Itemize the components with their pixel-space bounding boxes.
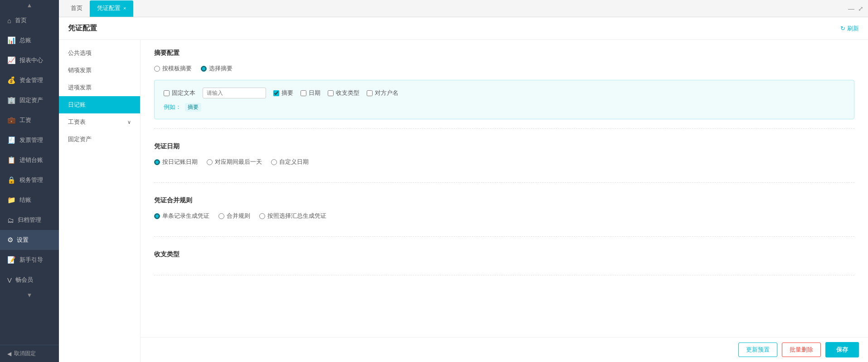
sidebar-item-vip[interactable]: V 畅会员 xyxy=(0,270,59,290)
sidebar-item-salary[interactable]: 💼 工资 xyxy=(0,110,59,130)
example-prefix-label: 例如： xyxy=(164,103,181,110)
date-checkbox[interactable] xyxy=(301,90,306,96)
tab-voucher-config[interactable]: 凭证配置 × xyxy=(90,0,133,17)
sidebar-scroll-down[interactable]: ▼ xyxy=(0,290,59,300)
voucher-date-journal[interactable]: 按日记账日期 xyxy=(154,158,198,166)
tax-icon: 🔒 xyxy=(7,176,16,184)
counterparty-checkbox[interactable] xyxy=(367,90,373,96)
fixed-text-input[interactable] xyxy=(203,88,266,98)
merge-rule-radio-group: 单条记录生成凭证 合并规则 按照选择汇总生成凭证 xyxy=(154,212,854,220)
merge-rule-merge[interactable]: 合并规则 xyxy=(218,212,250,220)
left-nav-sales-invoice-label: 销项发票 xyxy=(68,66,92,74)
sidebar-item-archive[interactable]: 🗂 归档管理 xyxy=(0,210,59,230)
checkbox-summary[interactable]: 摘要 xyxy=(273,89,293,97)
merge-rule-select-merge[interactable]: 按照选择汇总生成凭证 xyxy=(259,212,326,220)
left-nav-salary-table[interactable]: 工资表 ∨ xyxy=(59,113,140,131)
minimize-button[interactable]: — xyxy=(848,5,854,12)
voucher-date-last-day-input[interactable] xyxy=(207,159,213,165)
refresh-label: 刷新 xyxy=(847,24,859,33)
sidebar-item-sales-ledger[interactable]: 📋 进销台账 xyxy=(0,150,59,170)
abstract-radio-template-input[interactable] xyxy=(154,66,160,72)
guide-icon: 📝 xyxy=(7,256,16,264)
funds-icon: 💰 xyxy=(7,76,16,84)
sidebar-item-reports[interactable]: 📈 报表中心 xyxy=(0,50,59,70)
sidebar-item-funds[interactable]: 💰 资金管理 xyxy=(0,70,59,90)
save-button[interactable]: 保存 xyxy=(825,342,859,357)
right-content: 摘要配置 按模板摘要 选择摘要 xyxy=(141,40,868,362)
close-books-icon: 📁 xyxy=(7,196,16,204)
checkbox-date[interactable]: 日期 xyxy=(301,89,320,97)
summary-checkbox[interactable] xyxy=(273,90,279,96)
reports-icon: 📈 xyxy=(7,56,16,64)
voucher-date-custom-label: 自定义日期 xyxy=(279,158,309,166)
sidebar-item-label: 畅会员 xyxy=(15,276,33,284)
sidebar-item-tax[interactable]: 🔒 税务管理 xyxy=(0,170,59,190)
income-type-checkbox[interactable] xyxy=(328,90,334,96)
voucher-date-last-day-label: 对应期间最后一天 xyxy=(215,158,262,166)
bottom-bar: 更新预置 批量删除 保存 xyxy=(141,337,868,362)
abstract-checkbox-row: 固定文本 摘要 日期 xyxy=(164,88,845,98)
left-nav-fixed-assets-label: 固定资产 xyxy=(68,135,92,143)
sidebar-scroll-up[interactable]: ▲ xyxy=(0,0,59,10)
ledger-icon: 📊 xyxy=(7,36,16,44)
sidebar-item-invoice-mgmt[interactable]: 🧾 发票管理 xyxy=(0,130,59,150)
merge-rule-single-input[interactable] xyxy=(154,213,160,219)
checkbox-fixed-text[interactable]: 固定文本 xyxy=(164,89,195,97)
merge-rule-single-label: 单条记录生成凭证 xyxy=(162,212,209,220)
sidebar-item-home[interactable]: ⌂ 首页 xyxy=(0,10,59,30)
sidebar-item-label: 发票管理 xyxy=(19,136,43,144)
income-type-label: 收支类型 xyxy=(336,89,359,97)
checkbox-counterparty[interactable]: 对方户名 xyxy=(367,89,398,97)
invoice-mgmt-icon: 🧾 xyxy=(7,136,16,144)
left-nav-journal-label: 日记账 xyxy=(68,101,86,109)
voucher-date-custom[interactable]: 自定义日期 xyxy=(271,158,309,166)
merge-rule-select-merge-input[interactable] xyxy=(259,213,265,219)
left-nav-fixed-assets[interactable]: 固定资产 xyxy=(59,131,140,148)
archive-icon: 🗂 xyxy=(7,216,14,224)
income-type-section: 收支类型 xyxy=(154,250,854,275)
left-nav-public[interactable]: 公共选项 xyxy=(59,44,140,62)
fixed-text-checkbox[interactable] xyxy=(164,90,170,96)
sidebar-item-assets[interactable]: 🏢 固定资产 xyxy=(0,90,59,110)
abstract-radio-template[interactable]: 按模板摘要 xyxy=(154,64,192,73)
left-nav-purchase-invoice[interactable]: 进项发票 xyxy=(59,79,140,96)
tab-home[interactable]: 首页 xyxy=(63,0,90,17)
summary-label: 摘要 xyxy=(281,89,293,97)
merge-rule-title: 凭证合并规则 xyxy=(154,196,854,205)
update-preset-button[interactable]: 更新预置 xyxy=(738,342,777,357)
left-nav: 公共选项 销项发票 进项发票 日记账 工资表 ∨ 固定资产 xyxy=(59,40,141,362)
sidebar-item-guide[interactable]: 📝 新手引导 xyxy=(0,250,59,270)
left-nav-journal[interactable]: 日记账 xyxy=(59,96,140,113)
cancel-pin-label: 取消固定 xyxy=(14,350,36,357)
voucher-date-custom-input[interactable] xyxy=(271,159,277,165)
sidebar-item-close[interactable]: 📁 结账 xyxy=(0,190,59,210)
sidebar-item-label: 首页 xyxy=(15,16,27,24)
counterparty-label: 对方户名 xyxy=(375,89,398,97)
batch-delete-button[interactable]: 批量删除 xyxy=(782,342,821,357)
voucher-date-last-day[interactable]: 对应期间最后一天 xyxy=(207,158,262,166)
sidebar-item-label: 新手引导 xyxy=(19,256,43,264)
voucher-date-journal-input[interactable] xyxy=(154,159,160,165)
chevron-down-icon: ∨ xyxy=(127,119,131,125)
settings-icon: ⚙ xyxy=(7,236,13,244)
merge-rule-merge-input[interactable] xyxy=(218,213,224,219)
abstract-radio-select[interactable]: 选择摘要 xyxy=(201,64,233,73)
checkbox-income-type[interactable]: 收支类型 xyxy=(328,89,359,97)
sidebar-item-label: 总账 xyxy=(19,36,31,44)
merge-rule-section: 凭证合并规则 单条记录生成凭证 合并规则 按照选择汇总生成凭证 xyxy=(154,196,854,237)
abstract-example: 例如： 摘要 xyxy=(164,103,845,112)
sidebar-item-settings[interactable]: ⚙ 设置 xyxy=(0,230,59,250)
tab-close-icon[interactable]: × xyxy=(123,5,126,11)
left-nav-sales-invoice[interactable]: 销项发票 xyxy=(59,62,140,79)
abstract-radio-select-input[interactable] xyxy=(201,66,207,72)
sidebar-item-label: 固定资产 xyxy=(19,96,43,104)
sidebar-item-ledger[interactable]: 📊 总账 xyxy=(0,30,59,50)
merge-rule-single[interactable]: 单条记录生成凭证 xyxy=(154,212,209,220)
assets-icon: 🏢 xyxy=(7,96,16,104)
refresh-button[interactable]: ↻ 刷新 xyxy=(840,24,859,33)
maximize-button[interactable]: ⤢ xyxy=(858,5,863,12)
tab-active-label: 凭证配置 xyxy=(97,4,121,12)
voucher-date-title: 凭证日期 xyxy=(154,142,854,151)
sidebar-cancel-pin[interactable]: ◀ 取消固定 xyxy=(0,345,59,362)
abstract-radio-select-label: 选择摘要 xyxy=(209,64,233,73)
